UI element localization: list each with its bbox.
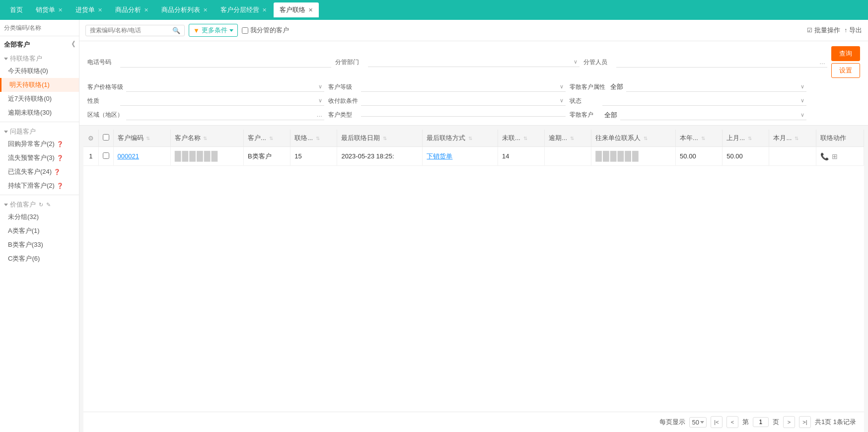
prev-page-btn[interactable]: < [726, 416, 738, 428]
row-checkbox-cell [98, 147, 113, 166]
row-last-method: 下销货单 [423, 147, 498, 166]
sort-contact[interactable]: ⇅ [316, 136, 320, 141]
value-group-edit[interactable]: ✎ [46, 202, 51, 208]
payment-select[interactable]: ∨ [361, 96, 565, 106]
sort-last-method[interactable]: ⇅ [468, 136, 472, 141]
retail-customer-select[interactable]: ∨ [620, 110, 806, 120]
status-chevron: ∨ [800, 97, 804, 104]
col-contact-count: 联络... ⇅ [290, 130, 337, 147]
person-more[interactable]: … [819, 59, 825, 66]
sidebar-item-class-c[interactable]: C类客户(6) [0, 252, 79, 266]
nav-product-analysis[interactable]: 商品分析 ✕ [109, 2, 154, 17]
export-icon: ↑ [844, 27, 847, 34]
my-customer-checkbox[interactable] [242, 27, 248, 34]
sidebar-item-churn-warning[interactable]: 流失预警客户(3) ❓ [0, 151, 79, 165]
sidebar-item-7days[interactable]: 近7天待联络(0) [0, 92, 79, 106]
sort-last-date[interactable]: ⇅ [383, 136, 387, 141]
all-customers-header: 全部客户 《 [0, 36, 79, 51]
sort-code[interactable]: ⇅ [146, 136, 150, 141]
sidebar-item-declining[interactable]: 持续下滑客户(2) ❓ [0, 179, 79, 193]
customer-code-link[interactable]: 000021 [118, 152, 139, 160]
area-more[interactable]: … [316, 111, 322, 118]
nav-close-product-list[interactable]: ✕ [203, 7, 208, 13]
sort-name[interactable]: ⇅ [203, 136, 207, 141]
value-group-refresh[interactable]: ↻ [39, 202, 43, 208]
dept-select[interactable]: ∨ [368, 57, 579, 67]
customer-type-select[interactable] [361, 113, 565, 117]
status-select[interactable]: ∨ [602, 96, 806, 106]
gender-chevron: ∨ [318, 97, 322, 104]
nav-close-purchase[interactable]: ✕ [98, 7, 102, 13]
next-page-btn[interactable]: > [783, 416, 795, 428]
nav-close-tier[interactable]: ✕ [262, 7, 267, 13]
nav-customer-contact[interactable]: 客户联络 ✕ [274, 2, 319, 17]
price-level-select[interactable]: ∨ [126, 82, 324, 92]
nav-sales-order[interactable]: 销货单 ✕ [30, 2, 69, 17]
nav-purchase-order[interactable]: 进货单 ✕ [70, 2, 108, 17]
select-all-checkbox[interactable] [103, 134, 109, 141]
filter-person: 分管人员 … [583, 57, 827, 68]
sidebar-item-class-a[interactable]: A类客户(1) [0, 224, 79, 238]
sort-this-year[interactable]: ⇅ [701, 136, 705, 141]
col-unit-contact: 往来单位联系人 ⇅ [591, 130, 676, 147]
retail-attr-chevron: ∨ [800, 83, 804, 90]
first-page-btn[interactable]: |< [711, 416, 723, 428]
table-wrapper: ⚙ 客户编码 ⇅ 客户名称 ⇅ [83, 130, 864, 412]
page-size-select[interactable]: 50 [689, 417, 706, 428]
area-select[interactable]: … [126, 110, 324, 120]
export-button[interactable]: ↑ 导出 [844, 26, 862, 35]
sort-type[interactable]: ⇅ [269, 136, 273, 141]
batch-icon: ☑ [807, 27, 812, 34]
retail-attr-select[interactable]: ∨ [626, 82, 806, 92]
col-customer-code: 客户编码 ⇅ [113, 130, 170, 147]
sidebar-item-overdue[interactable]: 逾期未联络(30) [0, 106, 79, 120]
sort-this-month[interactable]: ⇅ [795, 136, 798, 141]
person-select[interactable]: … [616, 57, 827, 68]
nav-close-contact[interactable]: ✕ [308, 7, 313, 13]
filter-row-1: 电话号码 分管部门 ∨ 分管人员 … 查询 设置 [87, 46, 860, 78]
gender-select[interactable]: ∨ [120, 96, 324, 106]
sidebar-search-input[interactable] [4, 24, 78, 31]
gear-icon[interactable]: ⚙ [88, 135, 94, 142]
row-unit-contact: ██████ [591, 147, 676, 166]
nav-product-analysis-list[interactable]: 商品分析列表 ✕ [155, 2, 214, 17]
sidebar-item-churned[interactable]: 已流失客户(24) ❓ [0, 165, 79, 179]
sidebar-item-today[interactable]: 今天待联络(0) [0, 64, 79, 78]
sidebar-collapse-btn[interactable]: 《 [68, 40, 75, 49]
sort-overdue[interactable]: ⇅ [570, 136, 574, 141]
action-phone-icon[interactable]: 📞 [820, 152, 829, 160]
row-checkbox[interactable] [103, 152, 109, 159]
filter-row-2: 客户价格等级 ∨ 客户等级 ∨ 零散客户属性 全部 ∨ [87, 82, 860, 92]
query-button[interactable]: 查询 [831, 46, 860, 61]
last-method-link[interactable]: 下销货单 [427, 152, 452, 160]
nav-close-product[interactable]: ✕ [144, 7, 148, 13]
action-grid-icon[interactable]: ⊞ [832, 152, 838, 160]
my-customer-checkbox-label[interactable]: 我分管的客户 [242, 26, 289, 35]
all-customers-label[interactable]: 全部客户 [4, 40, 30, 49]
nav-home[interactable]: 首页 [4, 2, 29, 17]
sidebar-item-tomorrow[interactable]: 明天待联络(1) [0, 78, 79, 92]
filter-customer-type: 客户类型 [328, 111, 565, 119]
sidebar-item-ungrouped[interactable]: 未分组(32) [0, 210, 79, 224]
page-input[interactable] [753, 417, 769, 427]
search-icon[interactable]: 🔍 [172, 27, 180, 34]
setting-button[interactable]: 设置 [831, 63, 860, 78]
customer-name-masked: ██████ [175, 151, 219, 161]
more-filter-button[interactable]: ▼ 更多条件 [189, 24, 238, 37]
sidebar-item-class-b[interactable]: B类客户(33) [0, 238, 79, 252]
sort-unit-contact[interactable]: ⇅ [644, 136, 648, 141]
sort-last-month[interactable]: ⇅ [748, 136, 752, 141]
sort-unlinked[interactable]: ⇅ [523, 136, 527, 141]
filter-row-4: 区域（地区） … 客户类型 零散客户 全部 ∨ [87, 110, 860, 120]
customer-level-select[interactable]: ∨ [361, 82, 565, 92]
per-page-label: 每页显示 [659, 418, 685, 427]
phone-input[interactable] [120, 57, 331, 68]
sidebar-item-repurchase[interactable]: 回购异常客户(2) ❓ [0, 137, 79, 151]
search-input[interactable] [90, 27, 170, 34]
per-page-chevron [700, 421, 704, 424]
batch-operation-button[interactable]: ☑ 批量操作 [807, 26, 840, 35]
row-this-month [769, 147, 816, 166]
nav-close-sales[interactable]: ✕ [58, 7, 63, 13]
last-page-btn[interactable]: >| [799, 416, 811, 428]
nav-customer-tier[interactable]: 客户分层经营 ✕ [215, 2, 273, 17]
